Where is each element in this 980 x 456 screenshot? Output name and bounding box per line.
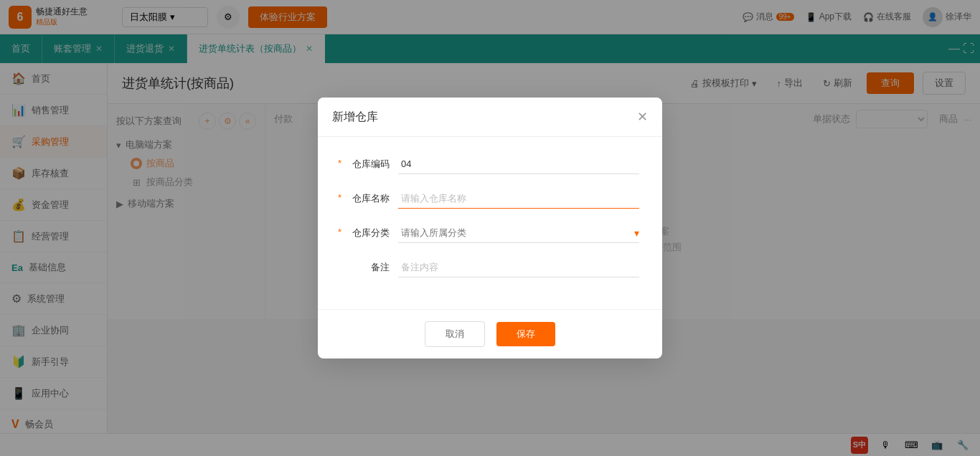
form-row-notes: 备注 xyxy=(341,257,639,277)
category-dropdown-icon[interactable]: ▾ xyxy=(634,227,639,239)
category-select-wrap: ▾ xyxy=(398,223,639,243)
save-button[interactable]: 保存 xyxy=(496,322,555,346)
content-area: 进货单统计(按商品) 🖨 按模板打印 ▾ ↑ 导出 ↻ 刷新 查询 设置 xyxy=(108,63,980,456)
notes-label: 备注 xyxy=(341,261,398,274)
modal-footer: 取消 保存 xyxy=(318,309,662,358)
cancel-button[interactable]: 取消 xyxy=(425,321,485,347)
modal-header: 新增仓库 ✕ xyxy=(318,98,662,137)
form-row-code: 仓库编码 xyxy=(341,154,639,174)
form-row-name: 仓库名称 xyxy=(341,189,639,209)
category-label: 仓库分类 xyxy=(341,227,398,239)
new-warehouse-modal: 新增仓库 ✕ 仓库编码 仓库名称 仓库 xyxy=(318,98,662,358)
modal-close-button[interactable]: ✕ xyxy=(637,109,648,125)
warehouse-name-input[interactable] xyxy=(398,189,639,209)
name-label: 仓库名称 xyxy=(341,192,398,205)
main-layout: 🏠 首页 📊 销售管理 🛒 采购管理 📦 库存核查 💰 资金管理 📋 经营管理 … xyxy=(0,63,980,456)
code-label: 仓库编码 xyxy=(341,158,398,171)
modal-body: 仓库编码 仓库名称 仓库分类 ▾ xyxy=(318,137,662,309)
modal-title: 新增仓库 xyxy=(332,110,378,125)
warehouse-code-input[interactable] xyxy=(398,154,639,174)
notes-input[interactable] xyxy=(398,257,639,277)
category-input[interactable] xyxy=(398,223,634,242)
modal-overlay[interactable]: 新增仓库 ✕ 仓库编码 仓库名称 仓库 xyxy=(108,63,980,456)
form-row-category: 仓库分类 ▾ xyxy=(341,223,639,243)
